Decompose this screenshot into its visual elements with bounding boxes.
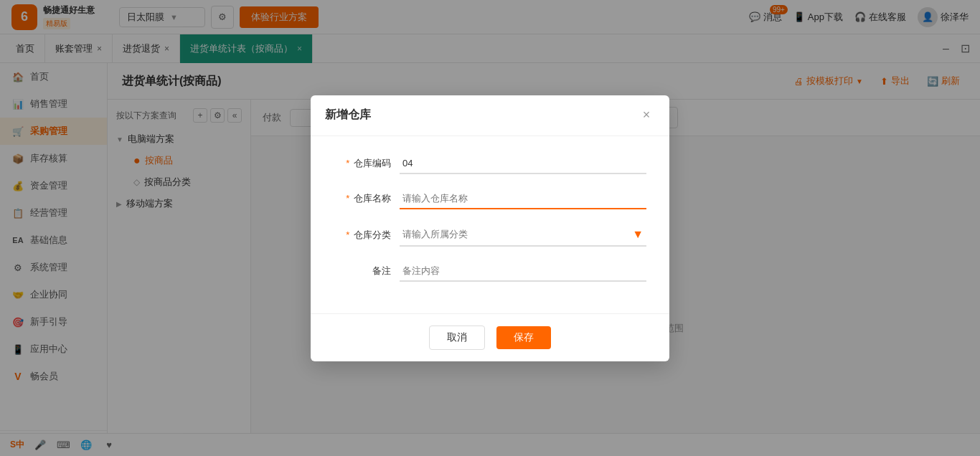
note-label: 备注 [334,265,391,277]
code-label: * 仓库编码 [334,157,391,170]
warehouse-note-input[interactable] [400,261,646,282]
category-dropdown-icon[interactable]: ▼ [632,228,644,241]
warehouse-category-row: * 仓库分类 ▼ [334,224,646,247]
modal-body: * 仓库编码 * 仓库名称 * 仓库分类 [311,136,669,313]
required-star-2: * [346,193,349,204]
modal-footer: 取消 保存 [311,313,669,361]
save-button[interactable]: 保存 [496,326,551,349]
warehouse-code-input[interactable] [400,153,646,174]
name-label: * 仓库名称 [334,192,391,205]
add-warehouse-modal: 新增仓库 × * 仓库编码 * 仓库名称 [311,95,669,361]
warehouse-name-input[interactable] [400,189,646,209]
modal-overlay[interactable]: 新增仓库 × * 仓库编码 * 仓库名称 [0,0,980,456]
modal-title: 新增仓库 [325,108,371,123]
modal-close-button[interactable]: × [638,107,655,124]
warehouse-note-row: 备注 [334,261,646,282]
required-star-3: * [346,229,349,240]
category-select-input[interactable] [402,229,632,239]
cancel-button[interactable]: 取消 [429,326,485,350]
category-select-wrapper[interactable]: ▼ [400,224,646,247]
modal-header: 新增仓库 × [311,95,669,136]
warehouse-code-row: * 仓库编码 [334,153,646,174]
required-star: * [346,158,349,168]
category-label: * 仓库分类 [334,229,391,242]
warehouse-name-row: * 仓库名称 [334,189,646,209]
